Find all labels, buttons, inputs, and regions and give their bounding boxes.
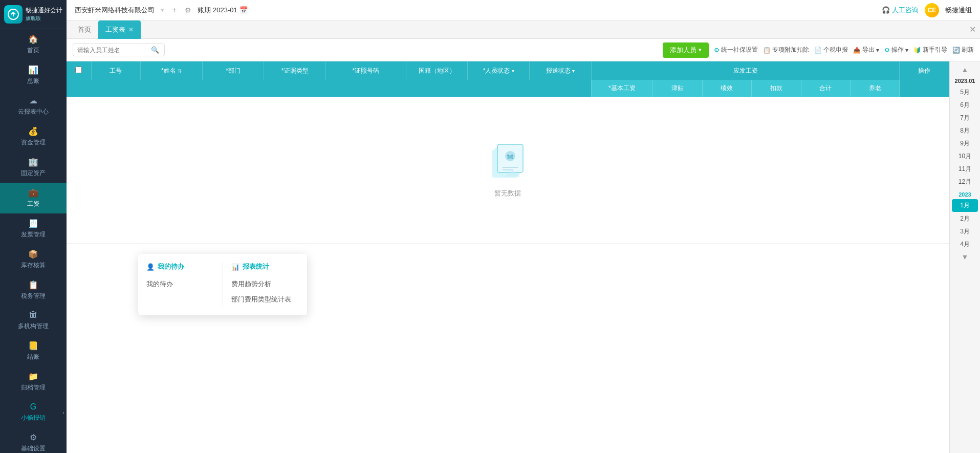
company-name[interactable]: 西安虾米网络科技有限公司: [75, 6, 155, 15]
svg-point-5: [507, 155, 509, 157]
col-deduct-label: 扣款: [770, 84, 782, 92]
table-header-row: 工号 *姓名 ⇅ *部门 *证照类型: [67, 61, 949, 80]
popup-reports-title: 📊 报表统计: [231, 262, 299, 271]
social-insurance-action[interactable]: ⚙ 统一社保设置: [714, 46, 758, 54]
search-icon[interactable]: 🔍: [151, 46, 159, 54]
user-avatar: CE: [925, 3, 939, 17]
sidebar-item-salary[interactable]: 💼 工资: [0, 183, 67, 213]
col-total-header[interactable]: 合计: [801, 80, 850, 97]
status-filter-icon[interactable]: ▾: [512, 68, 514, 74]
col-checkbox-header[interactable]: [67, 61, 91, 80]
period-value[interactable]: 2023-01: [213, 6, 237, 14]
special-deduction-action[interactable]: 📋 专项附加扣除: [763, 46, 809, 54]
sidebar-item-cloud[interactable]: ☁ 云报表中心: [0, 91, 67, 121]
sidebar-item-archive[interactable]: 📁 归档管理: [0, 366, 67, 397]
month-nav-dec[interactable]: 12月: [950, 176, 980, 188]
search-input[interactable]: [77, 47, 149, 54]
col-name-header[interactable]: *姓名 ⇅: [141, 61, 203, 80]
col-status-label: *人员状态: [483, 67, 510, 74]
month-nav-oct[interactable]: 10月: [950, 150, 980, 163]
company-settings-icon[interactable]: ⚙: [185, 6, 191, 14]
sidebar-item-multiorg[interactable]: 🏛 多机构管理: [0, 306, 67, 336]
sidebar-item-expense[interactable]: G 小畅报销 ‹: [0, 397, 67, 427]
sidebar-label-ledger: 总账: [27, 77, 39, 85]
month-nav-up[interactable]: ▲: [960, 63, 971, 76]
popup-item-todo[interactable]: 我的待办: [146, 276, 214, 292]
salary-group-header: 应发工资: [591, 61, 900, 80]
sidebar-item-settings[interactable]: ⚙ 基础设置: [0, 427, 67, 453]
col-status-header[interactable]: *人员状态 ▾: [468, 61, 530, 80]
headphone-icon: 🎧: [882, 6, 890, 14]
table-body: 暂无数据: [67, 97, 949, 244]
tax-declaration-action[interactable]: 📄 个税申报: [814, 46, 848, 54]
sidebar-item-close-books[interactable]: 📒 结账: [0, 336, 67, 366]
export-arrow: ▾: [876, 47, 879, 54]
month-nav-jul[interactable]: 7月: [950, 112, 980, 124]
sidebar-item-ledger[interactable]: 📊 总账: [0, 60, 67, 91]
col-perf-header[interactable]: 绩效: [702, 80, 751, 97]
tab-close-icon[interactable]: ✕: [128, 26, 134, 33]
service-button[interactable]: 🎧 人工咨询: [882, 6, 919, 15]
month-nav-mar[interactable]: 3月: [950, 225, 980, 238]
month-nav-feb[interactable]: 2月: [950, 212, 980, 225]
month-nav-sep[interactable]: 9月: [950, 137, 980, 150]
username[interactable]: 畅捷通组: [945, 6, 972, 15]
col-pension-label: 养老: [869, 84, 881, 92]
sidebar-item-home[interactable]: 🏠 首页: [0, 29, 67, 60]
sidebar-item-tax[interactable]: 📋 税务管理: [0, 275, 67, 306]
refresh-action[interactable]: 🔄 刷新: [952, 46, 974, 54]
month-nav-apr[interactable]: 4月: [950, 238, 980, 251]
month-nav-jun[interactable]: 6月: [950, 99, 980, 112]
operation-action[interactable]: ⚙ 操作 ▾: [884, 46, 908, 54]
name-sort-icon[interactable]: ⇅: [178, 68, 182, 74]
month-nav-nov[interactable]: 11月: [950, 163, 980, 176]
topbar-dropdown-arrow[interactable]: ▾: [161, 6, 164, 14]
month-nav-aug[interactable]: 8月: [950, 124, 980, 137]
col-deduct-header[interactable]: 扣款: [752, 80, 801, 97]
col-pension-header[interactable]: 养老: [851, 80, 900, 97]
sidebar-item-invoice[interactable]: 🧾 发票管理: [0, 213, 67, 244]
col-send-header[interactable]: 报送状态 ▾: [529, 61, 591, 80]
popup-divider: [223, 262, 223, 307]
select-all-checkbox[interactable]: [75, 67, 82, 73]
sidebar-label-expense: 小畅报销: [21, 414, 46, 422]
add-person-button[interactable]: 添加人员 ▾: [663, 42, 709, 58]
send-filter-icon[interactable]: ▾: [572, 68, 575, 74]
sidebar-label-finance: 资金管理: [21, 138, 46, 147]
sidebar-item-inventory[interactable]: 📦 库存核算: [0, 244, 67, 275]
col-cert-type-header[interactable]: *证照类型: [264, 61, 326, 80]
export-icon: 📤: [853, 47, 861, 54]
export-action[interactable]: 📤 导出 ▾: [853, 46, 879, 54]
col-bonus-header[interactable]: 津贴: [653, 80, 702, 97]
sidebar-item-finance[interactable]: 💰 资金管理: [0, 121, 67, 152]
service-label: 人工咨询: [892, 6, 919, 15]
search-box[interactable]: 🔍: [73, 44, 165, 56]
sidebar-label-salary: 工资: [27, 200, 39, 208]
month-nav-jan[interactable]: 1月: [952, 199, 978, 212]
guide-action[interactable]: 🔰 新手引导: [913, 46, 947, 54]
tab-salary[interactable]: 工资表 ✕: [98, 20, 141, 39]
month-nav-year: 2023: [950, 188, 980, 199]
popup-item-dept-stats[interactable]: 部门费用类型统计表: [231, 292, 299, 307]
avatar-initials: CE: [928, 7, 937, 14]
empty-state-cell: 暂无数据: [67, 97, 949, 244]
col-dept-header[interactable]: *部门: [202, 61, 264, 80]
col-nation-header[interactable]: 国籍（地区）: [406, 61, 468, 80]
tab-bar-close-button[interactable]: ✕: [969, 25, 976, 34]
add-company-button[interactable]: ＋: [170, 5, 179, 15]
col-cert-no-header[interactable]: *证照号码: [325, 61, 406, 80]
col-name-label: *姓名: [161, 67, 176, 74]
logo-title: 畅捷通好会计: [26, 7, 62, 15]
col-number-header[interactable]: 工号: [91, 61, 140, 80]
tab-home[interactable]: 首页: [71, 20, 98, 39]
col-total-label: 合计: [819, 84, 832, 92]
empty-icon: [487, 142, 528, 183]
popup-item-trend[interactable]: 费用趋势分析: [231, 276, 299, 292]
sidebar-item-assets[interactable]: 🏢 固定资产: [0, 152, 67, 183]
month-nav-may[interactable]: 5月: [950, 86, 980, 99]
calendar-icon[interactable]: 📅: [239, 6, 248, 14]
cloud-icon: ☁: [29, 96, 37, 105]
col-ops-header: 操作: [900, 61, 949, 80]
month-nav-down[interactable]: ▼: [960, 251, 971, 263]
col-base-header[interactable]: *基本工资: [591, 80, 653, 97]
